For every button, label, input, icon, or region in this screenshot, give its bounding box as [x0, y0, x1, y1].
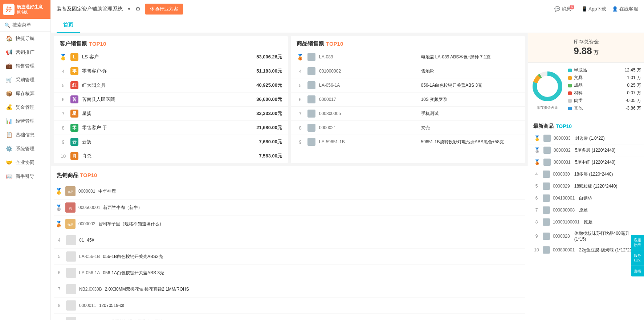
svg-rect-13 — [66, 235, 76, 245]
sidebar-search[interactable]: 🔍 搜索菜单 — [0, 19, 50, 32]
rank-num: 4 — [60, 69, 67, 74]
list-item: 4 0000030 18多层 (1220*2440) — [528, 168, 644, 180]
product-code: 0000021 — [319, 125, 417, 130]
rank-badge: L — [70, 53, 78, 61]
legend-item: 其他 -3.86 万 — [568, 105, 641, 111]
sidebar-item-quick-nav[interactable]: 🏠 快捷导航 — [0, 32, 50, 45]
svg-rect-2 — [307, 81, 315, 89]
nav-label-system: 系统管理 — [16, 145, 34, 152]
product-code: 0000030 — [553, 172, 570, 177]
donut-chart-wrap: 库存资金占比 — [531, 70, 564, 110]
sidebar-item-system[interactable]: ⚙️ 系统管理 — [0, 142, 50, 156]
tab-home[interactable]: 首页 — [57, 18, 80, 33]
product-code: NB2.0X30B — [79, 287, 102, 292]
product-img — [307, 67, 315, 75]
legend-item: 成品 0.25 万 — [568, 82, 641, 89]
nav-icon-purchase: 🛒 — [5, 77, 13, 83]
message-area[interactable]: 💬 消息6 — [554, 6, 576, 12]
rank-num: 6 — [60, 97, 67, 102]
nav-icon-guide: 📖 — [5, 173, 13, 180]
product-code: 000500001 — [78, 205, 100, 210]
product-sales-block: 商品销售额 TOP10 🥉 LA-089 电池盖 LA-089 ABS本色+黑种… — [291, 36, 525, 163]
right-panel: 库存总资金 9.88 万 — [528, 33, 644, 320]
medal-gold-icon2: 🥇 — [55, 188, 62, 195]
rank-num: 4 — [533, 172, 540, 177]
table-row: 10 肖 肖总 7,563.00元 — [54, 149, 288, 163]
app-download-link[interactable]: 📱 App下载 — [582, 6, 606, 12]
product-code: 0000032 — [554, 148, 571, 153]
experience-button[interactable]: 体验行业方案 — [145, 4, 183, 15]
rank-num: 5 — [533, 184, 540, 189]
product-img — [543, 233, 550, 240]
settings-icon[interactable]: ⚙ — [135, 5, 140, 12]
sidebar-item-basic-info[interactable]: 📋 基础信息 — [0, 128, 50, 142]
nav-label-purchase: 采购管理 — [16, 77, 34, 83]
svg-rect-23 — [543, 135, 551, 142]
rank-num: 8 — [533, 220, 540, 225]
sidebar-item-purchase[interactable]: 🛒 采购管理 — [0, 73, 50, 87]
customer-service-button[interactable]: 客服 热线 — [631, 235, 644, 250]
product-img — [307, 110, 315, 118]
rank-num: 6 — [533, 196, 540, 201]
customer-sales-header: 客户销售额 TOP10 — [54, 36, 288, 50]
new-products-title: 最新商品 — [533, 123, 554, 130]
legend-color-dot — [568, 91, 572, 95]
hot-products-header: 热销商品 TOP10 — [54, 169, 525, 183]
livestream-button[interactable]: 直播 — [631, 266, 644, 276]
svg-rect-25 — [543, 159, 551, 166]
sidebar-item-finance[interactable]: 💰 资金管理 — [0, 100, 50, 114]
online-service-label: 在线客服 — [619, 6, 638, 12]
sidebar-item-guide[interactable]: 📖 新手引导 — [0, 169, 50, 183]
inventory-title: 库存总资金 — [534, 39, 638, 45]
list-item: 6 004100001 白钢垫 — [528, 192, 644, 204]
product-name: 花语萌恒温分腿睡袋（厚款） — [111, 319, 523, 320]
new-products-section: 最新商品 TOP10 🥇 0000033 封边带 (1.0*22) 🥈 0000… — [528, 117, 644, 259]
system-dropdown-icon[interactable]: ▼ — [127, 7, 131, 11]
product-name: 5厘中纤 (1220*2440) — [575, 159, 639, 165]
rank-amount: 51,183.00元 — [256, 68, 282, 74]
sidebar-item-inventory[interactable]: 📦 库存核算 — [0, 87, 50, 100]
inventory-amount: 9.88 — [574, 45, 592, 57]
product-code: 000800005 — [319, 111, 417, 116]
legend-value: 12.45 万 — [625, 67, 641, 73]
sidebar-item-sales[interactable]: 💼 销售管理 — [0, 59, 50, 73]
medal-icon: 🥇 — [533, 135, 541, 141]
nav-label-ops: 经营管理 — [16, 118, 34, 124]
rank-amount: 7,563.00元 — [259, 153, 282, 159]
product-code: 001000002 — [319, 69, 417, 74]
legend-color-dot — [568, 84, 572, 87]
rank-num: 4 — [297, 69, 304, 74]
svg-text:食品: 食品 — [68, 223, 73, 226]
product-sales-table: 🥉 LA-089 电池盖 LA-089 ABS本色+黑种 7.1克 4 — [291, 50, 525, 149]
rank-num: 8 — [297, 125, 304, 131]
product-name: 056-1A白色按键开关盖ABS 3克 — [421, 82, 519, 89]
product-name: 18颗粒板 (1220*2440) — [574, 183, 639, 189]
product-name: 智利车子里（规格不知道填什么） — [98, 221, 523, 227]
rank-name: 肖总 — [82, 153, 255, 159]
customer-sales-table: 🥇 L LS 客户 53,006.26元 4 零 零售客户-许 51,183.0… — [54, 50, 288, 163]
legend-name: 文具 — [574, 75, 625, 81]
rank-num: 10 — [60, 153, 67, 159]
nav-label-marketing: 营销推广 — [16, 49, 34, 56]
legend-color-dot — [568, 99, 572, 103]
rank-num: 7 — [55, 287, 63, 292]
list-item: 10 003800001 22g鱼豆腐-烧烤味 (1*12*20) — [528, 244, 644, 256]
product-name: 电池盖 LA-089 ABS本色+黑种 7.1克 — [421, 54, 519, 60]
sidebar-item-marketing[interactable]: 📢 营销推广 — [0, 45, 50, 59]
hot-products-title: 热销商品 — [57, 172, 78, 178]
nav-icon-collab: 🤝 — [5, 159, 13, 166]
nav-label-collab: 企业协同 — [16, 159, 34, 166]
nav-label-quick: 快捷导航 — [16, 35, 34, 42]
sidebar-item-collab[interactable]: 🤝 企业协同 — [0, 156, 50, 169]
sidebar-item-operations[interactable]: 📊 经营管理 — [0, 114, 50, 128]
online-service-link[interactable]: 👤 在线客服 — [612, 6, 638, 12]
service-community-button[interactable]: 服务 社区 — [631, 250, 644, 266]
svg-rect-29 — [543, 206, 550, 214]
svg-rect-32 — [543, 246, 550, 254]
legend-name: 成品 — [574, 82, 625, 89]
svg-text:肉: 肉 — [69, 207, 72, 210]
content: 客户销售额 TOP10 🥇 L LS 客户 53,006.26元 — [51, 33, 644, 320]
list-item: 5 0000029 18颗粒板 (1220*2440) — [528, 180, 644, 192]
svg-rect-15 — [66, 268, 76, 278]
product-name: 白钢垫 — [579, 195, 639, 201]
